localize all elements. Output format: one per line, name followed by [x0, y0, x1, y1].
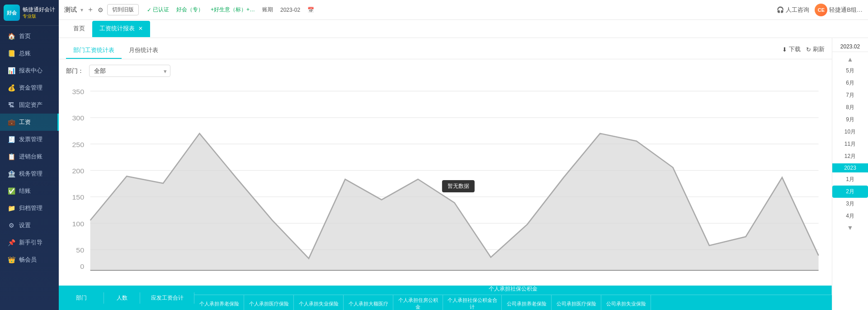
sidebar: 好会 畅捷通好会计 专业版 🏠 首页 📒 总账 📊 报表中心 💰 资金管理 🏗 …	[0, 0, 59, 310]
sub-tab-monthly[interactable]: 月份统计表	[122, 43, 165, 59]
sales-icon: 📋	[7, 153, 15, 161]
checkout-icon: ✅	[7, 187, 15, 195]
month-5[interactable]: 5月	[832, 65, 868, 77]
dept-filter[interactable]: 全部 行政部 销售部 财务部 技术部	[89, 65, 170, 77]
logo-icon: 好会	[4, 5, 20, 21]
month-9[interactable]: 9月	[832, 114, 868, 126]
month-1[interactable]: 1月	[832, 173, 868, 186]
funds-icon: 💰	[7, 84, 15, 92]
sidebar-item-guide[interactable]: 📌 新手引导	[0, 234, 59, 251]
th-personal-housing-fund: 个人承担住房公积金	[393, 295, 443, 310]
th-company-unemployment: 公司承担失业保险	[601, 295, 651, 310]
sidebar-label-reports: 报表中心	[19, 67, 42, 75]
table-header: 部门 人数 应发工资合计 个人承担社保公积金 个人承担养老保险 个人承担医疗保险…	[59, 286, 832, 310]
sidebar-label-sales: 进销台账	[19, 153, 42, 161]
sidebar-item-sales[interactable]: 📋 进销台账	[0, 148, 59, 165]
th-dept: 部门	[59, 292, 104, 304]
topbar-actions: 🎧 人工咨询 CE 轻捷通B组…	[777, 4, 863, 16]
month-10[interactable]: 10月	[832, 126, 868, 138]
sidebar-item-home[interactable]: 🏠 首页	[0, 28, 59, 45]
switch-version-button[interactable]: 切到旧版	[107, 4, 139, 15]
headset-icon: 🎧	[777, 6, 784, 13]
svg-text:100: 100	[72, 220, 84, 228]
sidebar-item-member[interactable]: 👑 畅会员	[0, 251, 59, 268]
help-button[interactable]: 🎧 人工咨询	[777, 6, 809, 14]
sidebar-label-member: 畅会员	[19, 256, 37, 264]
sidebar-item-funds[interactable]: 💰 资金管理	[0, 79, 59, 96]
sidebar-label-tax: 税务管理	[19, 170, 42, 178]
filter-label: 部门：	[66, 67, 84, 75]
sub-tab-dept[interactable]: 部门工资统计表	[66, 43, 122, 59]
th-personal-major-medical: 个人承担大额医疗	[344, 295, 393, 310]
download-button[interactable]: ⬇ 下载	[782, 45, 801, 53]
refresh-button[interactable]: ↻ 刷新	[806, 45, 825, 53]
topbar: 测试 ▾ ＋ ⚙ 切到旧版 ✓ 已认证 好会（专） +好生意（标）+… 账期 2…	[59, 0, 868, 20]
th-total-salary: 应发工资合计	[140, 292, 194, 304]
sidebar-label-salary: 工资	[19, 118, 31, 126]
ledger-icon: 📒	[7, 49, 15, 57]
app-logo: 好会 畅捷通好会计 专业版	[0, 0, 59, 26]
avatar: CE	[815, 4, 827, 16]
month-8[interactable]: 8月	[832, 101, 868, 114]
sidebar-item-tax[interactable]: 🏦 税务管理	[0, 165, 59, 182]
svg-text:350: 350	[72, 88, 84, 95]
th-personal-unemployment: 个人承担失业保险	[294, 295, 344, 310]
month-11[interactable]: 11月	[832, 138, 868, 150]
month-3[interactable]: 3月	[832, 198, 868, 210]
sidebar-item-assets[interactable]: 🏗 固定资产	[0, 96, 59, 114]
sidebar-item-salary[interactable]: 💼 工资	[0, 114, 59, 131]
sidebar-item-checkout[interactable]: ✅ 结账	[0, 182, 59, 200]
sidebar-item-settings[interactable]: ⚙ 设置	[0, 217, 59, 234]
th-company-pension: 公司承担养老保险	[502, 295, 552, 310]
sidebar-label-guide: 新手引导	[19, 238, 42, 247]
dept-filter-wrap: 全部 行政部 销售部 财务部 技术部	[89, 65, 170, 77]
archive-icon: 📁	[7, 204, 15, 212]
sidebar-item-reports[interactable]: 📊 报表中心	[0, 62, 59, 79]
reports-icon: 📊	[7, 67, 15, 75]
tax-icon: 🏦	[7, 170, 15, 178]
sidebar-label-invoices: 发票管理	[19, 135, 42, 143]
sidebar-label-checkout: 结账	[19, 187, 31, 195]
chart-svg: 350 300 250 200 150 100 50 0	[66, 82, 825, 282]
right-panel: 2023.02 ▲ 5月 6月 7月 8月 9月 10月 11月 12月 202…	[832, 38, 868, 310]
topbar-add-button[interactable]: ＋	[87, 5, 94, 14]
tab-salary-stats[interactable]: 工资统计报表 ✕	[92, 21, 150, 37]
logo-text: 畅捷通好会计 专业版	[23, 6, 55, 19]
salary-icon: 💼	[7, 118, 15, 126]
settings-icon: ⚙	[7, 221, 15, 229]
sidebar-item-invoices[interactable]: 🧾 发票管理	[0, 131, 59, 148]
th-personal-pension: 个人承担养老保险	[194, 295, 244, 310]
month-6[interactable]: 6月	[832, 77, 868, 89]
sidebar-label-funds: 资金管理	[19, 84, 42, 92]
certified-icon: ✓	[147, 7, 151, 13]
topbar-dropdown-icon[interactable]: ▾	[80, 7, 83, 13]
user-menu[interactable]: CE 轻捷通B组…	[815, 4, 863, 16]
calendar-icon[interactable]: 📅	[305, 6, 317, 14]
main-area: 测试 ▾ ＋ ⚙ 切到旧版 ✓ 已认证 好会（专） +好生意（标）+… 账期 2…	[59, 0, 868, 310]
tabbar: 首页 工资统计报表 ✕	[59, 20, 868, 38]
th-group-cells: 个人承担养老保险 个人承担医疗保险 个人承担失业保险 个人承担大额医疗 个人承担…	[194, 295, 832, 310]
assets-icon: 🏗	[7, 101, 15, 109]
sidebar-label-ledger: 总账	[19, 49, 31, 57]
tab-close-button[interactable]: ✕	[138, 25, 143, 32]
period-label: 账期	[259, 5, 276, 14]
sidebar-item-archive[interactable]: 📁 归档管理	[0, 200, 59, 217]
home-icon: 🏠	[7, 32, 15, 40]
sidebar-item-ledger[interactable]: 📒 总账	[0, 45, 59, 62]
tab-home[interactable]: 首页	[66, 21, 92, 37]
month-7[interactable]: 7月	[832, 89, 868, 101]
topbar-title: 测试	[64, 6, 77, 14]
scroll-down-button[interactable]: ▼	[845, 222, 855, 233]
scroll-up-button[interactable]: ▲	[845, 54, 855, 65]
content-area: 部门工资统计表 月份统计表 ⬇ 下载 ↻ 刷新 部门：	[59, 38, 868, 310]
sub-tabs: 部门工资统计表 月份统计表 ⬇ 下载 ↻ 刷新	[59, 38, 832, 59]
svg-text:300: 300	[72, 114, 84, 122]
sidebar-label-settings: 设置	[19, 221, 31, 229]
th-personal-total: 个人承担社保公积金合计	[443, 295, 502, 310]
svg-text:200: 200	[72, 167, 84, 175]
month-4[interactable]: 4月	[832, 210, 868, 222]
month-12[interactable]: 12月	[832, 150, 868, 162]
svg-text:50: 50	[76, 246, 84, 254]
month-2-active[interactable]: 2月	[832, 186, 868, 198]
topbar-gear-button[interactable]: ⚙	[98, 6, 104, 14]
